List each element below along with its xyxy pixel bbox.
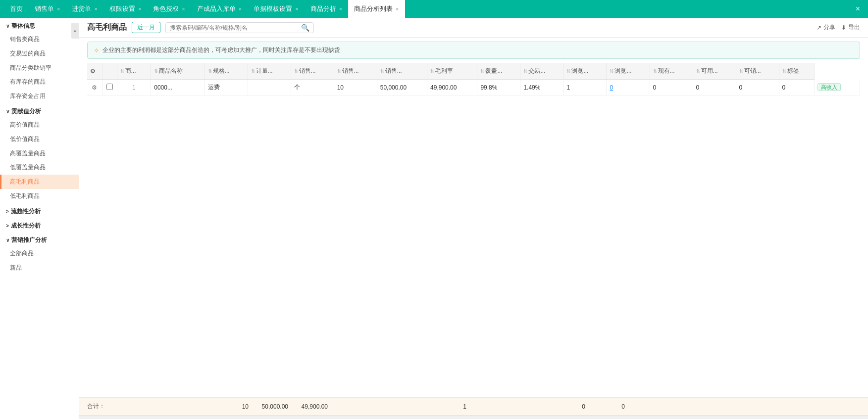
sidebar-group-title-marketing[interactable]: ∨营销推广分析 [0, 232, 79, 246]
cell-name: 运费 [204, 80, 248, 95]
close-tab-permission[interactable]: × [138, 6, 141, 12]
close-all-tabs[interactable]: × [852, 4, 864, 13]
arrow-icon: ∨ [6, 23, 9, 29]
col-header-available[interactable]: ⇅可用... [693, 63, 736, 80]
info-text: 企业的主要的利润都是这部分商品创造的，可考虑加大推广，同时关注库存是不要出现缺货 [102, 46, 340, 54]
col-header-margin_rate[interactable]: ⇅毛利率 [427, 63, 477, 80]
horizontal-scrollbar[interactable] [79, 415, 868, 419]
nav-tab-role[interactable]: 角色授权× [147, 0, 191, 18]
footer-sales-amount: 50,000.00 [252, 403, 291, 410]
data-table: ⚙⇅商...⇅商品名称⇅规格...⇅计量...⇅销售...⇅销售...⇅销售..… [87, 63, 860, 95]
sidebar-item-low-margin[interactable]: 低毛利商品 [0, 189, 79, 203]
sidebar-item-all-goods[interactable]: 全部商品 [0, 246, 79, 261]
close-tab-analysis[interactable]: × [339, 6, 342, 12]
nav-tab-template[interactable]: 单据模板设置× [248, 0, 304, 18]
search-input[interactable] [170, 24, 301, 31]
sidebar-item-new-goods[interactable]: 新品 [0, 261, 79, 275]
tag-badge: 高收入 [817, 83, 841, 91]
arrow-icon: ∨ [6, 237, 9, 243]
sidebar-group-title-overall[interactable]: ∨整体信息 [0, 18, 79, 32]
col-header-saleable[interactable]: ⇅可销... [736, 63, 779, 80]
browse1-link[interactable]: 0 [610, 84, 613, 91]
col-label: 计量... [256, 67, 273, 74]
cell-sales_qty: 10 [334, 80, 377, 95]
nav-tab-sales[interactable]: 销售单× [29, 0, 66, 18]
sort-icon: ⇅ [208, 68, 212, 74]
sort-icon: ⇅ [696, 68, 700, 74]
sidebar-group-title-wealth[interactable]: ∨贡献值分析 [0, 103, 79, 118]
sidebar-collapse-button[interactable]: « [71, 23, 79, 39]
nav-tab-home[interactable]: 首页 [4, 0, 29, 18]
close-tab-import[interactable]: × [94, 6, 97, 12]
arrow-icon: ∨ [6, 109, 9, 114]
close-tab-analysislist[interactable]: × [396, 6, 399, 12]
col-header-name[interactable]: ⇅商品名称 [151, 63, 204, 80]
col-header-current_stock[interactable]: ⇅现有... [650, 63, 693, 80]
close-tab-role[interactable]: × [182, 6, 185, 12]
col-header-coverage[interactable]: ⇅覆盖... [477, 63, 520, 80]
cell-current_stock: 0 [693, 80, 736, 95]
col-header-spec[interactable]: ⇅规格... [204, 63, 248, 80]
footer-sales-cost: 49,900.00 [291, 403, 331, 410]
sidebar-item-traded-goods[interactable]: 交易过的商品 [0, 47, 79, 61]
cell-browse1: 0 [607, 80, 650, 95]
sort-icon: ⇅ [739, 68, 743, 74]
col-header-browse1[interactable]: ⇅浏览... [563, 63, 607, 80]
col-header-settings: ⚙ [87, 63, 102, 80]
sidebar-group-label: 成长性分析 [11, 222, 41, 230]
row-settings[interactable]: ⚙ [87, 80, 102, 95]
nav-tab-product[interactable]: 产成品入库单× [191, 0, 248, 18]
sidebar-item-stock-capital[interactable]: 库存资金占用 [0, 89, 79, 103]
export-button[interactable]: ⬇ 导出 [841, 23, 860, 32]
col-label: 可销... [744, 67, 761, 74]
col-label: 交易... [528, 67, 545, 74]
export-icon: ⬇ [841, 24, 846, 31]
sidebar-item-low-value[interactable]: 低价值商品 [0, 132, 79, 146]
col-header-sales_amount[interactable]: ⇅销售... [334, 63, 377, 80]
share-button[interactable]: ↗ 分享 [817, 23, 835, 32]
col-label: ⚙ [90, 68, 96, 75]
sidebar-group-title-flow[interactable]: >流趋性分析 [0, 203, 79, 218]
nav-tab-permission[interactable]: 权限设置× [103, 0, 147, 18]
close-tab-sales[interactable]: × [57, 6, 60, 12]
nav-tab-analysislist[interactable]: 商品分析列表× [348, 0, 405, 18]
col-header-code[interactable]: ⇅商... [117, 63, 151, 80]
cell-spec [248, 80, 291, 95]
col-header-sales_qty[interactable]: ⇅销售... [291, 63, 334, 80]
sidebar-item-sales-goods[interactable]: 销售类商品 [0, 32, 79, 47]
col-header-sales_cost[interactable]: ⇅销售... [377, 63, 427, 80]
nav-tab-analysis[interactable]: 商品分析× [305, 0, 348, 18]
col-header-tag[interactable]: ⇅标签 [779, 63, 815, 80]
search-icon[interactable]: 🔍 [301, 24, 309, 32]
row-checkbox[interactable] [106, 84, 113, 90]
col-header-unit[interactable]: ⇅计量... [248, 63, 291, 80]
header-actions: ↗ 分享 ⬇ 导出 [817, 23, 860, 32]
cell-saleable: 0 [779, 80, 815, 95]
sidebar-item-low-freq[interactable]: 低覆盖量商品 [0, 160, 79, 175]
sort-icon: ⇅ [251, 68, 255, 74]
sidebar-group-growth: >成长性分析 [0, 218, 79, 232]
sidebar: « ∨整体信息销售类商品交易过的商品商品分类助销率有库存的商品库存资金占用∨贡献… [0, 18, 79, 419]
sort-icon: ⇅ [294, 68, 298, 74]
sidebar-item-classify-help[interactable]: 商品分类助销率 [0, 61, 79, 75]
col-header-trade[interactable]: ⇅交易... [520, 63, 563, 80]
cell-coverage: 1.49% [520, 80, 563, 95]
sidebar-item-high-value[interactable]: 高价值商品 [0, 118, 79, 132]
table-footer: 合计： 10 50,000.00 49,900.00 1 0 0 [79, 397, 868, 415]
nav-tab-import[interactable]: 进货单× [66, 0, 103, 18]
sidebar-item-high-margin[interactable]: 高毛利商品 [0, 175, 79, 189]
sidebar-item-in-stock[interactable]: 有库存的商品 [0, 75, 79, 89]
sidebar-group-overall: ∨整体信息销售类商品交易过的商品商品分类助销率有库存的商品库存资金占用 [0, 18, 79, 103]
sort-icon: ⇅ [523, 68, 527, 74]
cell-code: 0000... [151, 80, 204, 95]
cell-sales_cost: 49,900.00 [427, 80, 477, 95]
footer-sales-qty: 10 [212, 403, 252, 410]
col-header-browse2[interactable]: ⇅浏览... [607, 63, 650, 80]
main-layout: « ∨整体信息销售类商品交易过的商品商品分类助销率有库存的商品库存资金占用∨贡献… [0, 18, 868, 419]
sidebar-item-high-freq[interactable]: 高覆盖量商品 [0, 146, 79, 161]
close-tab-product[interactable]: × [239, 6, 242, 12]
time-filter-button[interactable]: 近一月 [132, 22, 160, 33]
close-tab-template[interactable]: × [295, 6, 298, 12]
sidebar-group-title-growth[interactable]: >成长性分析 [0, 218, 79, 232]
sort-icon: ⇅ [610, 68, 613, 74]
